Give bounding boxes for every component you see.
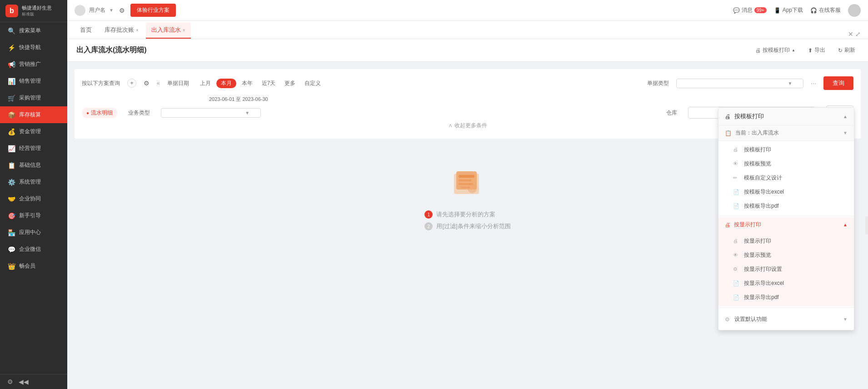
print-dropdown-icon: 🖨: [725, 113, 731, 120]
user-dropdown-icon: ▼: [109, 8, 114, 13]
top-header: 用户名 ▼ ⚙ 体验行业方案 💬 消息 99+ 📱 App下载 🎧 在线客服: [67, 0, 868, 21]
display-excel-item[interactable]: 📄 按显示导出excel: [718, 276, 854, 290]
sidebar-item-basic[interactable]: 📋 基础信息: [0, 157, 67, 174]
template-print-item[interactable]: 🖨 按模板打印: [718, 143, 854, 157]
collapse-icon-up: ∧: [448, 122, 453, 129]
header-actions: 💬 消息 99+ 📱 App下载 🎧 在线客服: [733, 4, 861, 17]
template-preview-icon: 👁: [733, 161, 739, 167]
sidebar-nav: 🔍 搜索菜单 ⚡ 快捷导航 📢 营销推广 📊 销售管理 🛒 采购管理 📦 库存核…: [0, 22, 67, 374]
print-dropdown-panel: 🖨 按模板打印 ▲ 📋 当前：出入库流水 ▼ 🖨 按模板打印: [718, 107, 854, 330]
filter-collapse-button[interactable]: «: [157, 80, 160, 86]
template-excel-item[interactable]: 📄 按模板导出excel: [718, 185, 854, 199]
svg-rect-3: [459, 180, 471, 181]
doc-type-label: 单据类型: [647, 80, 669, 87]
display-preview-icon: 👁: [733, 252, 739, 259]
display-section-arrow: ▲: [843, 222, 848, 227]
dropdown-header: 🖨 按模板打印 ▲: [718, 108, 854, 125]
date-custom[interactable]: 自定义: [301, 78, 324, 89]
template-custom-item[interactable]: ✏ 模板自定义设计: [718, 171, 854, 185]
template-pdf-item[interactable]: 📄 按模板导出pdf: [718, 199, 854, 213]
export-btn[interactable]: ⬆ 导出: [804, 45, 829, 56]
messages-action[interactable]: 💬 消息 99+: [733, 6, 767, 14]
doc-type-select[interactable]: ▼: [676, 79, 803, 88]
app-download-action[interactable]: 📱 App下载: [774, 6, 803, 14]
finance-icon: 💰: [7, 128, 15, 135]
sidebar-item-newbie[interactable]: 🎯 新手引导: [0, 207, 67, 224]
query-button[interactable]: 查询: [823, 76, 853, 90]
user-section[interactable]: 用户名 ▼: [75, 5, 114, 16]
user-name: 用户名: [89, 6, 105, 14]
industry-button[interactable]: 体验行业方案: [130, 4, 176, 17]
empty-hint-2: 2 用[过滤]条件来缩小分析范围: [424, 222, 510, 230]
sidebar-item-label: 经营管理: [19, 145, 41, 152]
tab-inout-close[interactable]: ×: [183, 28, 185, 33]
settings-footer-icon[interactable]: ⚙: [7, 378, 13, 385]
tab-batch[interactable]: 库存批次账 ×: [99, 22, 144, 39]
avatar: [75, 5, 85, 16]
display-pdf-icon: 📄: [733, 294, 739, 301]
doc-type-more-icon[interactable]: ···: [811, 80, 816, 87]
sidebar-logo: b 畅捷通好生意 标准版: [0, 0, 67, 22]
template-preview-item[interactable]: 👁 按模板预览: [718, 157, 854, 171]
date-last-month[interactable]: 上月: [196, 78, 215, 89]
date-more[interactable]: 更多: [281, 78, 299, 89]
set-default-item[interactable]: ⚙ 设置默认功能 ▼: [725, 312, 848, 326]
sidebar-item-sales[interactable]: 📊 销售管理: [0, 73, 67, 90]
export-icon: ⬆: [808, 47, 813, 54]
sidebar-item-inventory[interactable]: 📦 库存核算: [0, 106, 67, 123]
step-1-num: 1: [424, 210, 433, 219]
sidebar-item-label: 销售管理: [19, 77, 41, 85]
refresh-btn[interactable]: ↻ 刷新: [834, 45, 859, 56]
sidebar-item-enterprise[interactable]: 🤝 企业协同: [0, 190, 67, 207]
filter-settings-button[interactable]: ⚙: [144, 80, 150, 87]
sidebar-item-wechat[interactable]: 💬 企业微信: [0, 241, 67, 258]
svg-rect-2: [459, 175, 474, 178]
tag-icon: ●: [86, 110, 89, 115]
tab-inout[interactable]: 出入库流水 ×: [146, 22, 191, 39]
display-section-header[interactable]: 🖨 按显示打印 ▲: [718, 217, 854, 232]
biz-type-select[interactable]: ▼: [161, 108, 261, 118]
header-avatar[interactable]: [848, 4, 861, 17]
sidebar-item-membership[interactable]: 👑 畅会员: [0, 258, 67, 274]
tab-close-all[interactable]: ✕: [848, 30, 853, 38]
app-download-label: App下载: [783, 6, 803, 14]
sidebar-item-search[interactable]: 🔍 搜索菜单: [0, 22, 67, 39]
display-print-item[interactable]: 🖨 按显示打印: [718, 234, 854, 248]
panel-toggle[interactable]: [865, 216, 868, 234]
display-settings-icon: ⚙: [733, 266, 739, 273]
date-field-label: 单据日期: [167, 80, 189, 87]
display-pdf-item[interactable]: 📄 按显示导出pdf: [718, 290, 854, 304]
tab-batch-close[interactable]: ×: [136, 28, 139, 33]
header-settings-icon[interactable]: ⚙: [119, 7, 125, 14]
date-7days[interactable]: 近7天: [258, 78, 279, 89]
display-section-icon: 🖨: [725, 222, 730, 228]
date-this-month[interactable]: 本月: [216, 79, 236, 88]
sidebar-item-marketing[interactable]: 📢 营销推广: [0, 56, 67, 73]
print-template-btn[interactable]: 🖨 按模板打印 ▲: [752, 45, 799, 56]
message-icon: 💬: [733, 7, 740, 14]
dropdown-footer: ⚙ 设置默认功能 ▼: [718, 309, 854, 330]
sidebar-item-label: 搜索菜单: [19, 27, 41, 35]
sidebar-item-system[interactable]: ⚙️ 系统管理: [0, 174, 67, 190]
tab-expand[interactable]: ⤢: [855, 30, 861, 38]
search-icon: 🔍: [7, 27, 15, 35]
collapse-icon[interactable]: ◀◀: [19, 378, 29, 385]
sidebar-item-shortcut[interactable]: ⚡ 快捷导航: [0, 39, 67, 56]
display-preview-item[interactable]: 👁 按显示预览: [718, 248, 854, 262]
sidebar-item-operation[interactable]: 📈 经营管理: [0, 140, 67, 157]
tab-batch-label: 库存批次账: [105, 26, 134, 34]
doc-type-arrow-icon: ▼: [788, 81, 792, 86]
messages-badge: 99+: [754, 7, 767, 13]
sidebar-item-appstore[interactable]: 🏪 应用中心: [0, 224, 67, 241]
filter-add-button[interactable]: +: [127, 79, 136, 88]
display-settings-item[interactable]: ⚙ 按显示打印设置: [718, 262, 854, 276]
online-service-action[interactable]: 🎧 在线客服: [810, 6, 841, 14]
sidebar-item-purchase[interactable]: 🛒 采购管理: [0, 90, 67, 106]
set-default-icon: ⚙: [725, 316, 730, 323]
tab-home[interactable]: 首页: [75, 22, 97, 39]
sidebar-item-finance[interactable]: 💰 资金管理: [0, 123, 67, 140]
marketing-icon: 📢: [7, 61, 15, 68]
warehouse-label: 仓库: [666, 109, 677, 117]
date-this-year[interactable]: 本年: [238, 78, 256, 89]
sidebar-item-label: 企业微信: [19, 245, 41, 253]
